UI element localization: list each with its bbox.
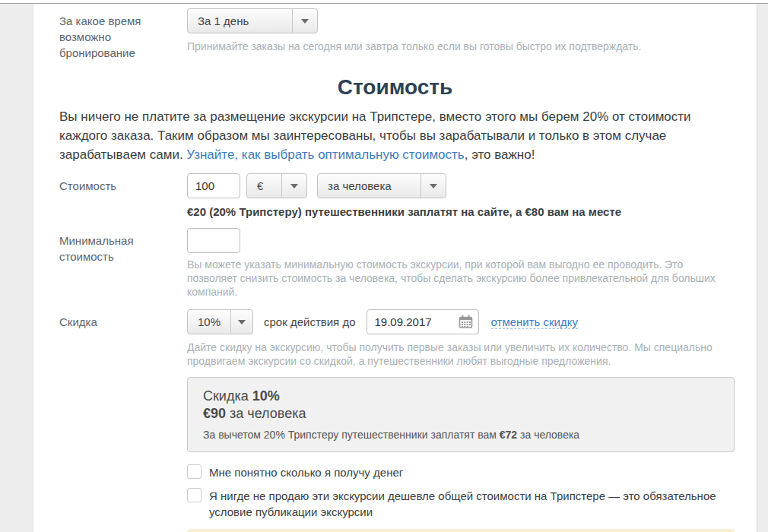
money-understood-checkbox[interactable] (187, 464, 202, 479)
money-understood-row: Мне понятно сколько я получу денег (187, 464, 735, 480)
booking-time-select[interactable]: За 1 день (187, 8, 318, 33)
intro-text-after: , это важно! (465, 147, 535, 162)
merge-label: Объединение (59, 529, 187, 532)
discount-percent-value: 10% (188, 310, 230, 334)
chevron-down-icon[interactable] (281, 174, 306, 198)
discount-row: Скидка 10% срок действия до (33, 309, 757, 520)
summary-line1-prefix: Скидка (203, 388, 252, 404)
summary-note-prefix: За вычетом 20% Трипстеру путешественники… (203, 429, 500, 441)
price-row: Стоимость € за человека €20 (20% Трипсте… (33, 173, 757, 219)
no-cheaper-row: Я нигде не продаю эти экскурсии дешевле … (187, 488, 735, 520)
discount-date-field (367, 309, 479, 334)
page-title: Стоимость (33, 74, 757, 100)
triangle-down-icon (290, 184, 298, 188)
currency-select-value: € (247, 174, 281, 198)
triangle-down-icon (238, 320, 246, 325)
summary-note-amount: €72 (500, 429, 517, 441)
currency-select[interactable]: € (246, 173, 307, 198)
chevron-down-icon[interactable] (230, 310, 252, 334)
discount-hint: Дайте скидку на экскурсию, чтобы получит… (187, 340, 735, 368)
min-price-hint: Вы можете указать минимальную стоимость … (187, 258, 735, 299)
discount-summary-line2: €90 за человека (203, 405, 719, 423)
money-understood-label: Мне понятно сколько я получу денег (209, 464, 403, 480)
booking-time-hint: Принимайте заказы на сегодня или завтра … (187, 40, 735, 53)
no-cheaper-checkbox[interactable] (187, 488, 202, 502)
discount-summary-line1: Скидка 10% (203, 388, 719, 405)
discount-summary-note: За вычетом 20% Трипстеру путешественники… (203, 429, 719, 442)
chevron-down-icon[interactable] (420, 174, 446, 198)
min-price-input[interactable] (187, 228, 240, 253)
cancel-discount-link[interactable]: отменить скидку (491, 315, 578, 329)
form-card: За какое время возможно бронирование За … (33, 4, 757, 532)
summary-line2-price: €90 (203, 406, 226, 421)
page-background: За какое время возможно бронирование За … (0, 4, 768, 532)
merge-row: Объединение Разрешить объединение заказо… (33, 529, 757, 532)
optimal-price-link[interactable]: Узнайте, как выбрать оптимальную стоимос… (186, 147, 464, 162)
booking-time-select-value: За 1 день (188, 9, 292, 33)
no-cheaper-label: Я нигде не продаю эти экскурсии дешевле … (209, 488, 735, 520)
per-unit-select-value: за человека (318, 174, 420, 198)
triangle-down-icon (301, 19, 309, 24)
price-input[interactable] (187, 173, 240, 198)
triangle-down-icon (430, 184, 437, 188)
summary-note-suffix: за человека (517, 429, 579, 441)
chevron-down-icon[interactable] (292, 9, 317, 33)
min-price-label: Минимальная стоимость (59, 228, 187, 299)
booking-time-row: За какое время возможно бронирование За … (33, 8, 757, 61)
summary-line2-suffix: за человека (226, 406, 306, 421)
summary-line1-percent: 10% (252, 388, 280, 404)
intro-paragraph: Вы ничего не платите за размещение экску… (59, 107, 735, 164)
min-price-row: Минимальная стоимость Вы можете указать … (33, 228, 757, 299)
per-unit-select[interactable]: за человека (317, 173, 446, 198)
discount-summary-box: Скидка 10% €90 за человека За вычетом 20… (187, 377, 735, 452)
price-breakdown-text: €20 (20% Трипстеру) путешественники запл… (187, 205, 735, 219)
discount-percent-select[interactable]: 10% (187, 309, 253, 334)
price-label: Стоимость (59, 173, 187, 219)
booking-time-label: За какое время возможно бронирование (59, 8, 187, 61)
validity-until-label: срок действия до (264, 309, 356, 334)
discount-date-input[interactable] (367, 309, 479, 334)
discount-label: Скидка (59, 309, 187, 520)
merge-highlight-box: Разрешить объединение заказов по этой эк… (187, 529, 735, 532)
